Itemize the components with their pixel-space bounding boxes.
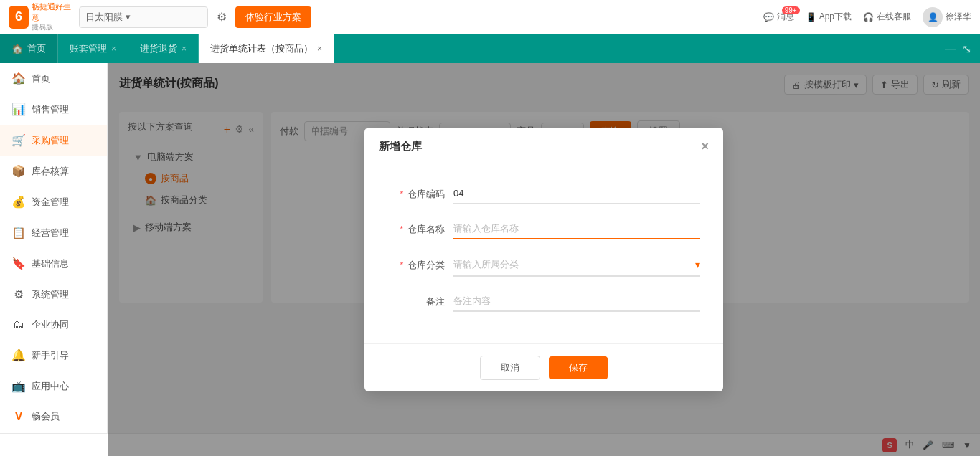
online-service-item[interactable]: 🎧 在线客服: [863, 11, 911, 23]
sidebar-item-purchase[interactable]: 🛒 采购管理: [0, 125, 107, 156]
trial-button[interactable]: 体验行业方案: [235, 6, 311, 28]
modal-title: 新增仓库: [379, 140, 422, 153]
required-star-category: *: [400, 260, 403, 270]
purchase-icon: 🛒: [11, 133, 26, 147]
gear-icon[interactable]: ⚙: [217, 10, 227, 24]
code-input[interactable]: [453, 184, 700, 204]
search-box[interactable]: 日太阳膜 ▾: [79, 6, 208, 28]
sidebar-item-system[interactable]: ⚙ 系统管理: [0, 279, 107, 310]
required-star-code: *: [400, 189, 403, 199]
system-icon: ⚙: [11, 288, 26, 301]
sidebar-label-finance: 资金管理: [32, 196, 69, 209]
modal-close-button[interactable]: ×: [701, 139, 709, 154]
save-button[interactable]: 保存: [549, 356, 608, 379]
tabbar: 🏠 首页 账套管理 × 进货退货 × 进货单统计表（按商品） × — ⤡: [0, 34, 980, 63]
service-label: 在线客服: [877, 11, 911, 23]
tab-expand-icon[interactable]: ⤡: [962, 42, 971, 56]
sidebar-item-home[interactable]: 🏠 首页: [0, 63, 107, 94]
sidebar-item-operations[interactable]: 📋 经营管理: [0, 217, 107, 248]
add-warehouse-modal: 新增仓库 × * 仓库编码 *: [364, 128, 723, 391]
tab-purchase-stats-label: 进货单统计表（按商品）: [210, 42, 313, 55]
sidebar-item-enterprise[interactable]: 🗂 企业协同: [0, 310, 107, 340]
name-label: * 仓库名称: [387, 223, 445, 236]
form-row-remark: 备注: [387, 291, 700, 312]
remark-label: 备注: [387, 295, 445, 308]
sidebar-label-appcenter: 应用中心: [32, 380, 69, 393]
tab-right-controls: — ⤡: [945, 42, 980, 56]
sidebar-item-guide[interactable]: 🔔 新手引导: [0, 340, 107, 371]
sidebar-item-basicinfo[interactable]: 🔖 基础信息: [0, 248, 107, 279]
finance-icon: 💰: [11, 195, 26, 209]
topbar: 6 畅捷通好生意 捷易版 日太阳膜 ▾ ⚙ 体验行业方案 💬 消息 99+ 📱 …: [0, 0, 980, 34]
tab-purchase-return-close[interactable]: ×: [182, 44, 187, 54]
guide-icon: 🔔: [11, 348, 26, 362]
operations-icon: 📋: [11, 226, 26, 239]
form-row-code: * 仓库编码: [387, 184, 700, 204]
tab-home-label: 首页: [27, 42, 46, 55]
home-icon: 🏠: [11, 44, 23, 54]
sidebar-label-inventory: 库存核算: [32, 165, 69, 178]
tab-purchase-stats[interactable]: 进货单统计表（按商品） ×: [199, 34, 334, 63]
category-label: * 仓库分类: [387, 259, 445, 272]
tab-minimize-icon[interactable]: —: [945, 42, 956, 55]
name-input[interactable]: [453, 219, 700, 239]
sidebar-label-operations: 经营管理: [32, 227, 69, 239]
username: 徐泽华: [946, 11, 971, 23]
sidebar-label-guide: 新手引导: [32, 349, 69, 362]
logo-text: 畅捷通好生意: [32, 1, 73, 22]
app-download-item[interactable]: 📱 App下载: [806, 11, 852, 23]
avatar: 👤: [923, 7, 943, 27]
sidebar-item-sales[interactable]: 📊 销售管理: [0, 94, 107, 125]
sidebar-item-vip[interactable]: V 畅会员: [0, 402, 107, 432]
sidebar-item-finance[interactable]: 💰 资金管理: [0, 186, 107, 217]
cancel-button[interactable]: 取消: [480, 356, 540, 380]
tab-accounts-close[interactable]: ×: [111, 44, 116, 54]
topbar-right: 💬 消息 99+ 📱 App下载 🎧 在线客服 👤 徐泽华: [763, 7, 971, 27]
tab-purchase-stats-close[interactable]: ×: [317, 44, 322, 54]
sidebar-item-appcenter[interactable]: 📺 应用中心: [0, 371, 107, 402]
sales-icon: 📊: [11, 103, 26, 116]
content-area: 进货单统计(按商品) 🖨 按模板打印 ▾ ⬆ 导出 ↻ 刷新: [108, 63, 980, 456]
message-icon: 💬: [763, 12, 774, 22]
logo-sub: 捷易版: [32, 22, 73, 32]
logo: 6 畅捷通好生意 捷易版: [9, 3, 73, 32]
sidebar-label-enterprise: 企业协同: [32, 318, 69, 331]
modal-body: * 仓库编码 * 仓库名称: [364, 166, 723, 343]
modal-footer: 取消 保存: [364, 343, 723, 391]
dropdown-icon[interactable]: ▾: [126, 11, 131, 22]
sidebar-label-vip: 畅会员: [32, 410, 60, 423]
user-item[interactable]: 👤 徐泽华: [923, 7, 971, 27]
modal-header: 新增仓库 ×: [364, 128, 723, 166]
form-row-name: * 仓库名称: [387, 219, 700, 239]
appcenter-icon: 📺: [11, 379, 26, 393]
message-badge: 99+: [782, 6, 800, 14]
sidebar-label-system: 系统管理: [32, 288, 69, 301]
inventory-icon: 📦: [11, 164, 26, 178]
sidebar-label-purchase: 采购管理: [32, 134, 69, 147]
basicinfo-icon: 🔖: [11, 257, 26, 270]
home-nav-icon: 🏠: [11, 72, 26, 85]
logo-icon: 6: [9, 6, 29, 29]
app-label: App下载: [819, 11, 852, 23]
sidebar-label-basicinfo: 基础信息: [32, 257, 69, 270]
message-item[interactable]: 💬 消息 99+: [763, 11, 794, 23]
category-dropdown-icon[interactable]: ▾: [695, 259, 700, 270]
search-value: 日太阳膜: [85, 11, 123, 24]
enterprise-icon: 🗂: [11, 318, 26, 331]
sidebar-label-sales: 销售管理: [32, 103, 69, 116]
sidebar: 🏠 首页 📊 销售管理 🛒 采购管理 📦 库存核算 💰 资金管理 📋 经营管理 …: [0, 63, 108, 456]
tab-accounts[interactable]: 账套管理 ×: [58, 34, 128, 63]
main-layout: 🏠 首页 📊 销售管理 🛒 采购管理 📦 库存核算 💰 资金管理 📋 经营管理 …: [0, 63, 980, 456]
code-label: * 仓库编码: [387, 188, 445, 201]
sidebar-item-inventory[interactable]: 📦 库存核算: [0, 156, 107, 186]
required-star-name: *: [400, 224, 403, 234]
tab-accounts-label: 账套管理: [70, 42, 107, 55]
tab-home[interactable]: 🏠 首页: [0, 34, 58, 63]
vip-icon: V: [11, 410, 26, 423]
remark-input[interactable]: [453, 291, 700, 312]
headset-icon: 🎧: [863, 12, 874, 22]
tab-purchase-return[interactable]: 进货退货 ×: [128, 34, 199, 63]
app-icon: 📱: [806, 12, 816, 22]
tab-purchase-return-label: 进货退货: [140, 42, 177, 55]
modal-overlay: 新增仓库 × * 仓库编码 *: [108, 63, 980, 456]
